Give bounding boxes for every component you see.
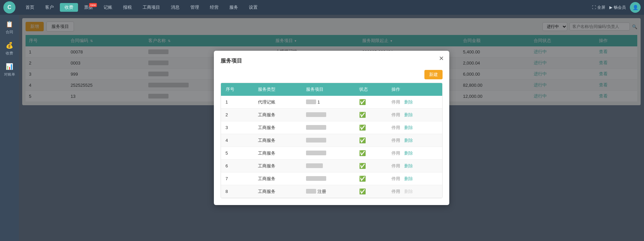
modal-col-item: 服务项目 — [301, 83, 354, 96]
modal-col-seq: 序号 — [221, 83, 254, 96]
delete-btn-7[interactable]: 删除 — [404, 176, 413, 181]
modal-table-wrapper: 序号 服务类型 服务项目 状态 操作 1 代理记账 1 — [221, 83, 443, 198]
play-icon: ▶ — [609, 5, 612, 10]
nav-invoice[interactable]: 票据 new — [79, 3, 98, 12]
fullscreen-btn[interactable]: ⛶ 全屏 — [592, 5, 605, 10]
status-check-7: ✅ — [359, 176, 366, 182]
nav-message[interactable]: 消息 — [166, 3, 184, 12]
modal-title: 服务项目 — [221, 57, 443, 65]
status-check-1: ✅ — [359, 99, 366, 105]
delete-btn-4[interactable]: 删除 — [404, 138, 413, 143]
service-items-table: 序号 服务类型 服务项目 状态 操作 1 代理记账 1 — [221, 83, 442, 198]
status-check-5: ✅ — [359, 150, 366, 156]
service-items-modal: ✕ 服务项目 新建 序号 服务类型 服务项目 状态 操作 — [214, 51, 449, 205]
modal-toolbar: 新建 — [221, 70, 443, 79]
user-avatar[interactable]: 👤 — [630, 2, 641, 13]
status-check-4: ✅ — [359, 137, 366, 143]
member-btn[interactable]: ▶ 畅会员 — [609, 5, 626, 10]
nav-operation[interactable]: 经营 — [205, 3, 223, 12]
nav-home[interactable]: 首页 — [21, 3, 39, 12]
nav-fee[interactable]: 收费 — [60, 3, 78, 12]
nav-business[interactable]: 工商项目 — [138, 3, 165, 12]
modal-col-action: 操作 — [387, 83, 442, 96]
sidebar-item-fee[interactable]: 💰 收费 — [1, 39, 18, 58]
stop-btn-5[interactable]: 停用 — [391, 151, 400, 156]
sidebar: 📋 合同 💰 收费 📊 对账单 — [0, 15, 19, 241]
list-item: 6 工商服务 ✅ 停用 删除 — [221, 160, 442, 172]
list-item: 8 工商服务 注册 ✅ 停用 删除 — [221, 185, 442, 198]
top-navigation: C 首页 客户 收费 票据 new 记账 报税 工商项目 消息 管理 经营 服务… — [0, 0, 644, 15]
status-check-3: ✅ — [359, 125, 366, 130]
sidebar-item-contract[interactable]: 📋 合同 — [1, 17, 18, 37]
stop-btn-6[interactable]: 停用 — [391, 163, 400, 168]
nav-service[interactable]: 服务 — [225, 3, 243, 12]
stop-btn-8[interactable]: 停用 — [391, 189, 400, 194]
nav-manage[interactable]: 管理 — [186, 3, 204, 12]
nav-tax[interactable]: 报税 — [118, 3, 137, 12]
stop-btn-4[interactable]: 停用 — [391, 138, 400, 143]
status-check-6: ✅ — [359, 163, 366, 169]
stop-btn-1[interactable]: 停用 — [391, 99, 400, 105]
stop-btn-7[interactable]: 停用 — [391, 176, 400, 181]
content-area: 新增 服务项目 进行中 🔍 序号 合同编码 ⇅ 客户名称 ⇅ — [19, 15, 644, 241]
delete-btn-5[interactable]: 删除 — [404, 151, 413, 156]
nav-settings[interactable]: 设置 — [244, 3, 262, 12]
nav-menu: 首页 客户 收费 票据 new 记账 报税 工商项目 消息 管理 经营 服务 设… — [21, 3, 592, 12]
list-item: 3 工商服务 ✅ 停用 删除 — [221, 121, 442, 134]
list-item: 1 代理记账 1 ✅ 停用 删除 — [221, 96, 442, 109]
app-logo: C — [3, 1, 15, 13]
modal-close-button[interactable]: ✕ — [439, 55, 444, 62]
delete-btn-2[interactable]: 删除 — [404, 112, 413, 117]
new-badge: new — [89, 3, 97, 7]
delete-btn-8: 删除 — [404, 189, 413, 194]
nav-bookkeeping[interactable]: 记账 — [99, 3, 117, 12]
list-item: 7 工商服务 ✅ 停用 删除 — [221, 172, 442, 185]
modal-overlay: ✕ 服务项目 新建 序号 服务类型 服务项目 状态 操作 — [19, 15, 644, 241]
modal-col-type: 服务类型 — [253, 83, 301, 96]
stop-btn-3[interactable]: 停用 — [391, 125, 400, 130]
delete-btn-3[interactable]: 删除 — [404, 125, 413, 130]
sidebar-item-reconciliation[interactable]: 📊 对账单 — [1, 60, 18, 80]
main-layout: 📋 合同 💰 收费 📊 对账单 新增 服务项目 进行中 — [0, 15, 644, 241]
nav-customer[interactable]: 客户 — [40, 3, 59, 12]
delete-btn-6[interactable]: 删除 — [404, 163, 413, 168]
status-check-2: ✅ — [359, 112, 366, 118]
reconciliation-icon: 📊 — [5, 63, 13, 71]
fee-icon: 💰 — [5, 41, 13, 49]
right-toolbar: ⛶ 全屏 ▶ 畅会员 👤 — [592, 2, 641, 13]
status-check-8: ✅ — [359, 189, 366, 194]
list-item: 2 工商服务 ✅ 停用 删除 — [221, 109, 442, 121]
modal-col-status: 状态 — [354, 83, 387, 96]
modal-new-button[interactable]: 新建 — [424, 70, 443, 79]
delete-btn-1[interactable]: 删除 — [404, 99, 413, 105]
fullscreen-icon: ⛶ — [592, 5, 596, 10]
list-item: 4 工商服务 ✅ 停用 删除 — [221, 134, 442, 147]
stop-btn-2[interactable]: 停用 — [391, 112, 400, 117]
list-item: 5 工商服务 ✅ 停用 删除 — [221, 147, 442, 160]
contract-icon: 📋 — [5, 20, 13, 28]
